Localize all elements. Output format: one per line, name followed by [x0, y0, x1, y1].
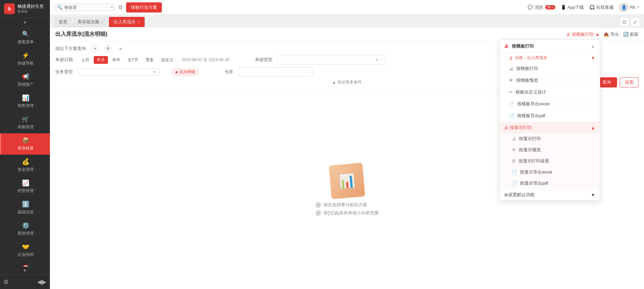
collapse-more-label: 收起更多条件: [338, 79, 362, 85]
dropdown-display-export-excel[interactable]: 📄 按显示导出excel: [499, 167, 600, 178]
filter-add-button[interactable]: +: [91, 45, 99, 52]
filter-collapse-button[interactable]: «: [117, 45, 124, 52]
refresh-label: 刷新: [630, 31, 639, 37]
refresh-button[interactable]: 🔄 刷新: [623, 31, 639, 37]
sidebar-item-system[interactable]: ⚙️ 系统管理: [0, 218, 50, 240]
tab-batch-close[interactable]: ×: [101, 20, 104, 24]
dropdown-item-template-preview[interactable]: 👁 按模板预览: [499, 75, 600, 86]
sidebar-item-sales[interactable]: 📊 销售管理: [0, 91, 50, 112]
date-btn-last-month[interactable]: 上月: [78, 56, 92, 64]
filter-tag-label: 流水明细: [179, 69, 195, 75]
sidebar-item-label: 营销推广: [18, 82, 34, 87]
tab-home[interactable]: 首页: [54, 17, 72, 27]
date-btn-custom[interactable]: 自定义: [158, 56, 176, 64]
app-download-button[interactable]: 📱 App下载: [561, 4, 584, 10]
display-print-header-icon: 🖨: [504, 125, 508, 130]
industry-solution-button[interactable]: 体验行业方案: [126, 2, 162, 12]
topbar-gear-icon[interactable]: ⚙: [118, 4, 123, 10]
system-icon: ⚙️: [22, 222, 29, 229]
print-button[interactable]: 🖨 按模板打印 ▲: [566, 31, 599, 37]
doc-type-more-icon[interactable]: ···: [378, 57, 383, 63]
sidebar-item-basic[interactable]: ℹ️ 基础信息: [0, 197, 50, 218]
date-btn-this-year[interactable]: 本年: [109, 56, 123, 64]
dropdown-item-template-export-excel[interactable]: 📄 按模板导出excel: [499, 98, 600, 110]
page-area: 出入库流水(流水明细) 🖨 按模板打印 ▲ 📤 导出 🔄 刷新: [50, 27, 644, 289]
sidebar-item-finance[interactable]: 💰 资金管理: [0, 155, 50, 176]
date-btn-more[interactable]: 更多: [143, 56, 157, 64]
sidebar-item-quick-nav[interactable]: ⚡ 快捷导航: [0, 48, 50, 70]
dropdown-item-template-export-pdf[interactable]: 📄 按模板导出pdf: [499, 110, 600, 122]
template-print-label: 按模板打印: [516, 65, 538, 72]
sidebar-item-enterprise[interactable]: 🤝 企业协同: [0, 240, 50, 261]
dropdown-display-print-header[interactable]: 🖨 按显示打印 ▲: [499, 122, 600, 133]
display-preview-icon: 👁: [511, 147, 516, 153]
topbar-search-icon: 🔍: [57, 5, 62, 10]
finance-icon: 💰: [22, 158, 29, 165]
warehouse-more-icon[interactable]: ···: [305, 69, 310, 75]
doc-type-label: 单据类型: [255, 57, 272, 63]
user-avatar-button[interactable]: 👤 Rit ▼: [619, 3, 640, 12]
template-print-icon: 🖨: [509, 66, 514, 71]
template-export-pdf-label: 按模板导出pdf: [517, 113, 545, 119]
sidebar-item-purchase[interactable]: 🛒 采购管理: [0, 112, 50, 133]
sidebar-item-marketing[interactable]: 📢 营销推广: [0, 70, 50, 91]
tab-batch[interactable]: 库存批次账 ×: [73, 17, 108, 27]
empty-hints: 1 请先选择要分析的方案 2 用[过滤]条件来缩小分析范围: [315, 202, 378, 216]
dropdown-display-print[interactable]: 🖨 按显示打印: [499, 133, 600, 144]
dropdown-display-preview[interactable]: 👁 按显示预览: [499, 144, 600, 156]
sidebar-item-label: 库存核算: [18, 146, 34, 151]
business-type-dropdown-icon: ▼: [153, 70, 156, 74]
tab-expand-button[interactable]: ⤢: [631, 17, 640, 27]
dropdown-item-template-custom[interactable]: ✏ 模板自定义设计: [499, 86, 600, 98]
display-print-header-label: 按显示打印: [510, 125, 532, 130]
dropdown-display-print-settings[interactable]: ⚙ 按显示打印设置: [499, 156, 600, 167]
export-button[interactable]: 📤 导出: [604, 31, 619, 37]
online-service-button[interactable]: 🎧 在线客服: [589, 4, 614, 10]
date-btn-this-month[interactable]: 本月: [94, 56, 108, 64]
user-name: Rit: [630, 5, 635, 10]
dropdown-item-template-print[interactable]: 🖨 按模板打印: [499, 63, 600, 75]
tab-flow[interactable]: 出入库流水 ×: [109, 17, 144, 27]
display-export-excel-icon: 📄: [511, 169, 517, 175]
message-button[interactable]: 💬 消息 99 +: [528, 4, 555, 10]
date-btn-last7days[interactable]: 近7天: [125, 56, 141, 64]
business-type-select[interactable]: ▼: [78, 69, 159, 76]
print-icon: 🖨: [566, 32, 570, 37]
display-export-pdf-label: 按显示导出pdf: [520, 180, 548, 186]
sidebar-item-inventory[interactable]: 📦 库存核算: [0, 133, 50, 155]
hint-text-2: 用[过滤]条件来缩小分析范围: [323, 210, 378, 216]
print-dropdown-panel: 🖨 按模板打印 ▲ 🖨 当前：出入库流水 ▼ 🖨 按模板打印: [499, 40, 600, 201]
filter-active-tag[interactable]: ● 流水明细: [171, 68, 199, 76]
current-label-arrow: ▼: [591, 56, 595, 60]
settings-icon[interactable]: ⚙: [3, 278, 9, 286]
app-download-label: App下载: [567, 4, 584, 10]
collapse-sidebar-icon[interactable]: ◀▶: [37, 278, 47, 286]
sidebar-item-label: 搜索菜单: [18, 39, 34, 45]
sidebar-item-search[interactable]: 🔍 搜索菜单: [0, 27, 50, 48]
hint-text-1: 请先选择要分析的方案: [323, 202, 367, 208]
tab-flow-close[interactable]: ×: [138, 20, 140, 24]
sales-icon: 📊: [22, 94, 29, 102]
sidebar-scroll-down[interactable]: ▼: [0, 267, 50, 274]
sidebar-scroll-up[interactable]: ▲: [0, 18, 50, 26]
online-service-label: 在线客服: [596, 4, 614, 10]
topbar-search-box[interactable]: 🔍 ▼: [54, 3, 115, 11]
sidebar-item-guide[interactable]: 🎯 新手引导: [0, 261, 50, 267]
warehouse-select[interactable]: ···: [239, 67, 313, 77]
topbar-search-input[interactable]: [64, 5, 108, 10]
tab-restore-button[interactable]: ⊡: [620, 17, 629, 27]
dropdown-footer-set-default[interactable]: ⚙ 设置默认功能 ▼: [499, 189, 600, 201]
sidebar-item-label: 资金管理: [18, 167, 34, 173]
dropdown-collapse-icon[interactable]: ▲: [591, 44, 595, 49]
set-default-icon: ⚙: [504, 192, 508, 198]
doc-type-select[interactable]: ▼ ···: [278, 55, 386, 64]
hint-num-1: 1: [315, 202, 321, 208]
warehouse-label: 仓库: [225, 69, 233, 75]
filter-settings-button[interactable]: ⚙: [104, 45, 112, 52]
print-label: 按模板打印: [572, 31, 594, 37]
sidebar-item-operations[interactable]: 📈 经营管理: [0, 176, 50, 197]
dropdown-header-icon: 🖨: [504, 44, 508, 49]
settings-button[interactable]: 设置: [620, 77, 639, 87]
dropdown-display-export-pdf[interactable]: 📄 按显示导出pdf: [499, 178, 600, 189]
sidebar-item-label: 销售管理: [18, 103, 34, 109]
